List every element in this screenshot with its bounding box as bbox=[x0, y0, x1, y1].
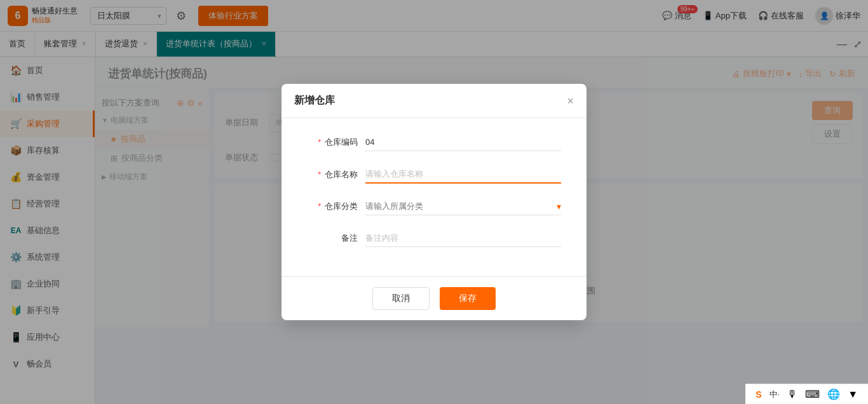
category-input[interactable] bbox=[365, 198, 561, 215]
bottom-label: 中· bbox=[770, 389, 780, 400]
category-label: * 仓库分类 bbox=[307, 201, 358, 212]
mic-icon[interactable]: 🎙 bbox=[787, 389, 797, 400]
notes-label: 备注 bbox=[307, 232, 358, 244]
modal-footer: 取消 保存 bbox=[281, 276, 587, 320]
required-star-code: * bbox=[318, 137, 321, 147]
modal-close-btn[interactable]: × bbox=[567, 95, 574, 107]
modal-title: 新增仓库 bbox=[294, 94, 335, 107]
cancel-btn[interactable]: 取消 bbox=[372, 287, 430, 310]
modal: 新增仓库 × * 仓库编码 * bbox=[281, 84, 587, 320]
notes-input[interactable] bbox=[365, 229, 561, 247]
name-label: * 仓库名称 bbox=[307, 169, 358, 180]
settings-tray-icon[interactable]: ▼ bbox=[848, 389, 858, 400]
name-input[interactable] bbox=[365, 165, 561, 184]
modal-header: 新增仓库 × bbox=[281, 84, 587, 118]
save-btn[interactable]: 保存 bbox=[440, 287, 496, 310]
main-layout: 🏠 首页 📊 销售管理 🛒 采购管理 📦 库存核算 💰 资金管理 📋 经营管理 … bbox=[0, 57, 868, 404]
form-row-code: * 仓库编码 bbox=[307, 133, 561, 151]
code-input[interactable] bbox=[365, 133, 561, 151]
code-label: * 仓库编码 bbox=[307, 137, 358, 148]
bottom-logo-icon: S bbox=[756, 389, 761, 400]
required-star-name: * bbox=[318, 170, 321, 179]
form-row-category: * 仓库分类 ▾ bbox=[307, 198, 561, 215]
bottom-bar: S 中· 🎙 ⌨ 🌐 ▼ bbox=[745, 384, 868, 404]
translate-icon[interactable]: 🌐 bbox=[827, 388, 840, 400]
content-area: 进货单统计(按商品) 🖨 按模板打印 ▾ ↓ 导出 ↻ 刷新 bbox=[95, 57, 868, 404]
form-row-notes: 备注 bbox=[307, 229, 561, 247]
category-select-wrap: ▾ bbox=[365, 198, 561, 215]
required-star-category: * bbox=[318, 201, 321, 211]
keyboard-icon[interactable]: ⌨ bbox=[805, 388, 820, 400]
form-row-name: * 仓库名称 bbox=[307, 165, 561, 184]
modal-overlay[interactable]: 新增仓库 × * 仓库编码 * bbox=[95, 57, 868, 404]
modal-body: * 仓库编码 * 仓库名称 bbox=[281, 118, 587, 276]
